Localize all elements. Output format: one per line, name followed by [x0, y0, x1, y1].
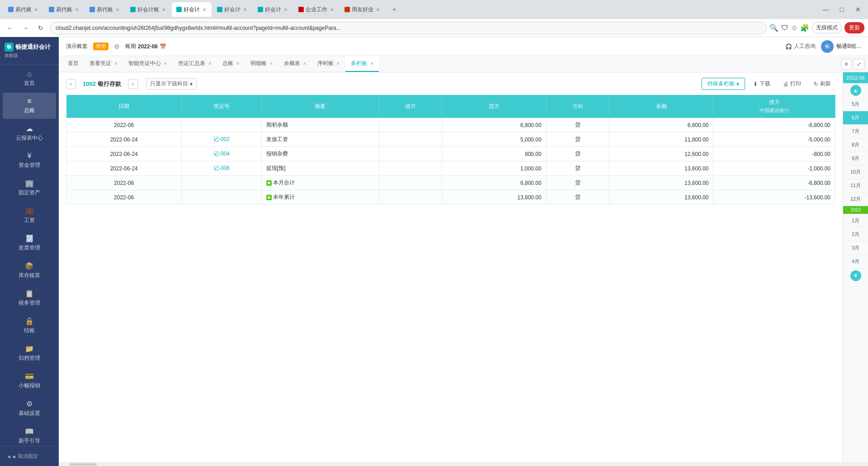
cell-extra-4: -6,800.00 [713, 176, 835, 190]
browser-tab-1[interactable]: 易代账 ✕ [4, 2, 43, 17]
forward-button[interactable]: → [19, 22, 32, 34]
cal-month-jun[interactable]: 6月 [843, 111, 868, 125]
sidebar-item-ledger[interactable]: ≡ 总账 [3, 93, 56, 119]
cal-month-apr[interactable]: 4月 [843, 255, 868, 268]
prev-account-button[interactable]: ‹ [66, 79, 76, 89]
tab-sequence-ledger[interactable]: 序时账 ✕ [312, 56, 345, 72]
print-button[interactable]: 🖨 打印 [778, 78, 806, 89]
tab-close-4[interactable]: ✕ [161, 6, 166, 13]
expand-panel-button[interactable]: ⤢ [854, 59, 864, 70]
sidebar-item-archive[interactable]: 📁 归档管理 [3, 340, 56, 367]
cal-month-aug[interactable]: 8月 [843, 138, 868, 152]
tab-close-3[interactable]: ✕ [115, 6, 120, 13]
cell-voucher-3[interactable]: 记-006 [182, 161, 262, 176]
tab-voucher-summary[interactable]: 凭证汇总表 ✕ [173, 56, 217, 72]
tab-voucher-view[interactable]: 查看凭证 ✕ [84, 56, 123, 72]
browser-tab-2[interactable]: 易代账 ✕ [44, 2, 84, 17]
minimize-button[interactable]: — [819, 3, 832, 16]
close-panel-button[interactable]: ✕ [841, 59, 852, 70]
tab-close-multi-column[interactable]: ✕ [370, 61, 373, 66]
tab-close-voucher-view[interactable]: ✕ [114, 61, 118, 66]
user-avatar[interactable]: 畅 [821, 40, 834, 53]
tab-close-ledger[interactable]: ✕ [236, 61, 240, 66]
sidebar-item-reports[interactable]: ☁ 云报表中心 [3, 120, 56, 146]
cal-month-nov[interactable]: 11月 [843, 179, 868, 193]
new-tab-button[interactable]: ＋ [388, 3, 401, 16]
address-input[interactable] [50, 22, 767, 34]
star-icon[interactable]: ☆ [791, 24, 797, 32]
sidebar-item-guide[interactable]: 📖 新手引导 [3, 423, 56, 446]
reload-button[interactable]: ↻ [34, 22, 47, 34]
browser-tab-7[interactable]: 好会计 ✕ [253, 2, 293, 17]
cal-month-mar[interactable]: 3月 [843, 241, 868, 255]
search-icon[interactable]: 🔍 [769, 24, 778, 32]
cal-month-may[interactable]: 5月 [843, 98, 868, 111]
cal-month-jul[interactable]: 7月 [843, 125, 868, 138]
tab-close-balance-table[interactable]: ✕ [303, 61, 307, 66]
sidebar-item-expense[interactable]: 💳 小畅报销 [3, 367, 56, 394]
tab-close-1[interactable]: ✕ [33, 6, 39, 13]
incognito-btn[interactable]: 无痕模式 [812, 22, 842, 33]
scrollbar-area[interactable] [59, 462, 868, 466]
cal-month-oct[interactable]: 10月 [843, 165, 868, 179]
browser-tab-6[interactable]: 好会计 ✕ [212, 2, 252, 17]
tab-home[interactable]: 首页 [62, 56, 84, 72]
extensions-icon[interactable]: 🧩 [800, 24, 809, 32]
next-account-button[interactable]: › [128, 79, 138, 89]
tab-detail-ledger[interactable]: 明细账 ✕ [245, 56, 278, 72]
update-button[interactable]: 更新 [844, 22, 864, 33]
tab-close-7[interactable]: ✕ [283, 6, 288, 13]
filter-dropdown[interactable]: 只显示下级科目 ▾ [146, 78, 197, 89]
refresh-button[interactable]: ↻ 刷新 [809, 78, 835, 89]
browser-tab-5-active[interactable]: 好会计 ✕ [172, 2, 212, 17]
tab-smart-voucher[interactable]: 智能凭证中心 ✕ [123, 56, 173, 72]
account-selector[interactable]: 1002 银行存款 [79, 79, 125, 89]
sidebar-item-close[interactable]: 🔒 结账 [3, 312, 56, 339]
tab-close-8[interactable]: ✕ [329, 6, 335, 13]
tab-close-6[interactable]: ✕ [242, 6, 248, 13]
maximize-button[interactable]: □ [835, 3, 848, 16]
sidebar-item-payroll[interactable]: 💼 工资 [3, 202, 56, 229]
consult-button[interactable]: 🎧 人工咨询 [785, 42, 816, 50]
refresh-icon: ↻ [814, 81, 818, 87]
tab-close-9[interactable]: ✕ [375, 6, 381, 13]
sidebar-item-funds[interactable]: ¥ 资金管理 [3, 147, 56, 174]
close-window-button[interactable]: ✕ [852, 3, 864, 16]
cal-month-feb[interactable]: 2月 [843, 228, 868, 241]
pin-button[interactable]: ◄◄ 取消固定 [4, 450, 55, 462]
sidebar-item-assets[interactable]: 🏢 固定资产 [3, 174, 56, 201]
sidebar-item-tax[interactable]: 📋 税务管理 [3, 285, 56, 311]
account-status-badge[interactable]: 禁用 [93, 42, 108, 50]
horizontal-scrollbar[interactable] [70, 463, 97, 466]
sidebar-item-invoice[interactable]: 🧾 发票管理 [3, 230, 56, 256]
back-button[interactable]: ← [4, 22, 16, 34]
sidebar-item-inventory[interactable]: 📦 库存核算 [3, 257, 56, 284]
tab-close-5[interactable]: ✕ [202, 6, 207, 13]
download-button[interactable]: ⬇ 下载 [749, 78, 775, 89]
tab-close-voucher-summary[interactable]: ✕ [208, 61, 212, 66]
tab-close-sequence-ledger[interactable]: ✕ [336, 61, 340, 66]
shield-icon[interactable]: 🛡 [781, 24, 788, 32]
tab-ledger[interactable]: 总账 ✕ [217, 56, 245, 72]
sidebar-item-home[interactable]: ⌂ 首页 [3, 66, 56, 92]
browser-tab-3[interactable]: 易代账 ✕ [85, 2, 125, 17]
cell-voucher-2[interactable]: 记-004 [182, 147, 262, 161]
cal-month-dec[interactable]: 12月 [843, 193, 868, 206]
tab-close-smart-voucher[interactable]: ✕ [164, 61, 167, 66]
browser-tab-9[interactable]: 用友好业 ✕ [340, 2, 385, 17]
browser-tab-4[interactable]: 好会计账 ✕ [126, 2, 171, 17]
cal-month-sep[interactable]: 9月 [843, 152, 868, 165]
settings-icon-btn[interactable]: ⚙ [114, 43, 120, 50]
tab-multi-column[interactable]: 多栏账 ✕ [345, 56, 379, 72]
sidebar-item-settings[interactable]: ⚙ 基础设置 [3, 395, 56, 422]
tab-close-2[interactable]: ✕ [74, 6, 80, 13]
cal-down-button[interactable]: ▼ [850, 270, 861, 281]
special-multicolumn-button[interactable]: 特殊多栏账 ▾ [702, 78, 745, 90]
cell-voucher-1[interactable]: 记-002 [182, 132, 262, 147]
tab-balance-table[interactable]: 余额表 ✕ [278, 56, 312, 72]
cal-up-button[interactable]: ▲ [850, 85, 861, 96]
cal-month-jan[interactable]: 1月 [843, 214, 868, 228]
tab-close-detail-ledger[interactable]: ✕ [269, 61, 273, 66]
calendar-icon[interactable]: 📅 [160, 43, 166, 50]
browser-tab-8[interactable]: 企业工作 ✕ [294, 2, 339, 17]
